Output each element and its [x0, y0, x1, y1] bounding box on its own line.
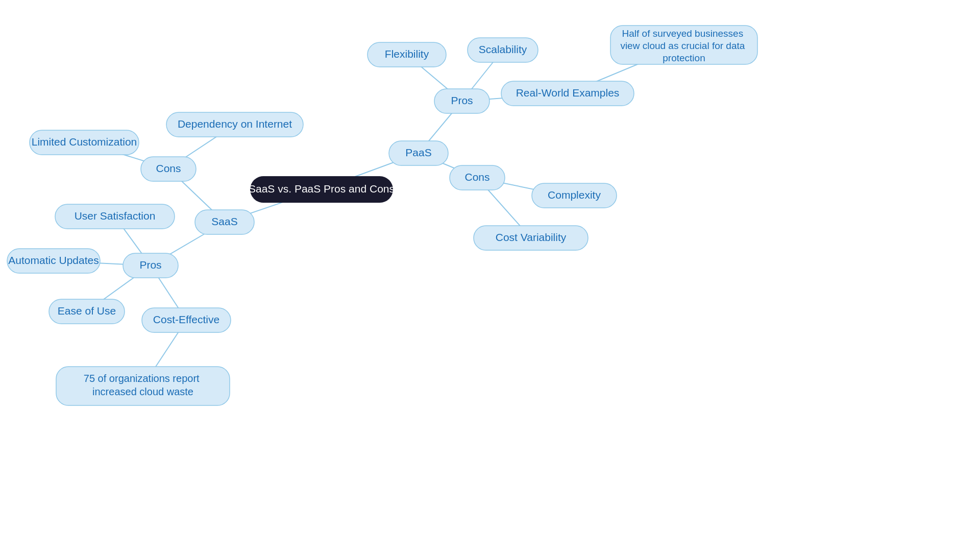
- automatic-updates-label: Automatic Updates: [8, 254, 99, 266]
- real-world-label: Real-World Examples: [516, 87, 620, 99]
- paas-label: PaaS: [405, 147, 431, 158]
- limited-customization-label: Limited Customization: [32, 136, 137, 148]
- cost-effective-label: Cost-Effective: [153, 314, 219, 325]
- ease-of-use-label: Ease of Use: [58, 305, 116, 317]
- paas-cons-label: Cons: [464, 171, 489, 183]
- saas-label: SaaS: [211, 215, 237, 227]
- center-label: SaaS vs. PaaS Pros and Cons: [249, 183, 395, 195]
- flexibility-label: Flexibility: [385, 48, 429, 60]
- paas-pros-label: Pros: [451, 94, 473, 106]
- dependency-label: Dependency on Internet: [178, 118, 292, 130]
- complexity-label: Complexity: [548, 189, 601, 201]
- saas-cons-label: Cons: [156, 162, 181, 174]
- user-satisfaction-label: User Satisfaction: [75, 210, 156, 222]
- mindmap-diagram: SaaS vs. PaaS Pros and Cons SaaS Cons Pr…: [0, 0, 980, 553]
- cost-variability-label: Cost Variability: [496, 231, 567, 243]
- scalability-label: Scalability: [479, 43, 527, 55]
- saas-pros-label: Pros: [139, 259, 161, 271]
